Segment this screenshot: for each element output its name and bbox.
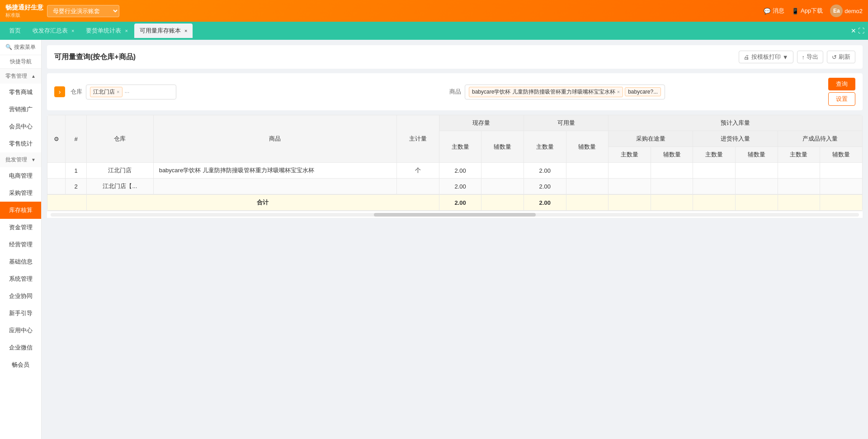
- refresh-button[interactable]: ↺ 刷新: [827, 51, 855, 63]
- index-col-header: #: [66, 115, 87, 163]
- warehouse-filter-input[interactable]: 江北门店 × ···: [86, 85, 176, 99]
- sidebar-item-retail-management[interactable]: 零售管理 ▲: [0, 69, 41, 84]
- sidebar-item-enterprise[interactable]: 企业协同: [0, 288, 41, 305]
- row-stock-aux: [481, 179, 524, 195]
- row-index: 1: [66, 163, 87, 179]
- row-avail-main: 2.00: [524, 179, 566, 195]
- sidebar-item-newbie[interactable]: 新手引导: [0, 305, 41, 322]
- top-bar: 畅捷通好生意 标准版 母婴行业演示账套 💬 消息 📱 App下载 Ea demo…: [0, 0, 868, 22]
- sidebar-item-wholesale[interactable]: 批发管理 ▼: [0, 152, 41, 167]
- prod-main-header: 主数量: [778, 147, 820, 163]
- avail-aux-header: 辅数量: [566, 131, 609, 163]
- sidebar-item-finance[interactable]: 资金管理: [0, 219, 41, 236]
- industry-select[interactable]: 母婴行业演示账套: [47, 5, 119, 17]
- sidebar: 🔍 搜索菜单 快捷导航 零售管理 ▲ 零售商城 营销推广 会员中心 零售统计 批…: [0, 40, 42, 439]
- avail-main-header: 主数量: [524, 131, 566, 163]
- row-warehouse: 江北门店: [87, 163, 154, 179]
- row-stock-main: 2.00: [439, 163, 481, 179]
- row-avail-main: 2.00: [524, 163, 566, 179]
- sidebar-search[interactable]: 🔍 搜索菜单: [0, 40, 41, 55]
- sidebar-item-basic-info[interactable]: 基础信息: [0, 253, 41, 270]
- row-pp-aux: [736, 179, 778, 195]
- export-button[interactable]: ↑ 导出: [797, 51, 824, 63]
- row-settings[interactable]: [47, 179, 66, 195]
- close-tab2[interactable]: ×: [125, 28, 127, 33]
- footer-pt-main: [609, 194, 651, 211]
- sidebar-item-retail-stats[interactable]: 零售统计: [0, 135, 41, 152]
- app-download-button[interactable]: 📱 App下载: [792, 7, 823, 15]
- sidebar-item-ecommerce[interactable]: 电商管理: [0, 167, 41, 184]
- user-menu[interactable]: Ea demo2: [830, 5, 863, 17]
- footer-prod-aux: [820, 194, 863, 211]
- chevron-down-icon: ▼: [31, 157, 36, 162]
- footer-stock-aux: [481, 194, 524, 211]
- chevron-up-icon: ▲: [31, 74, 36, 79]
- template-print-button[interactable]: 🖨 按模板打印 ▼: [739, 51, 793, 63]
- page-title: 可用量查询(按仓库+商品): [54, 52, 136, 62]
- table-row[interactable]: 2 江北门店【... 2.00 2.00: [47, 179, 863, 195]
- avatar: Ea: [830, 5, 843, 17]
- sidebar-item-operations[interactable]: 经营管理: [0, 236, 41, 253]
- sidebar-item-retail-mall[interactable]: 零售商城: [0, 84, 41, 101]
- footer-prod-main: [778, 194, 820, 211]
- row-stock-aux: [481, 163, 524, 179]
- query-button[interactable]: 查询: [828, 78, 855, 90]
- footer-pp-main: [693, 194, 736, 211]
- pp-main-header: 主数量: [693, 147, 736, 163]
- scroll-track[interactable]: [51, 213, 859, 217]
- table-row[interactable]: 1 江北门店 babycare学饮杯 儿童防摔防撞吸管杯重力球吸嘴杯宝宝水杯 个…: [47, 163, 863, 179]
- close-tab1[interactable]: ×: [71, 28, 74, 33]
- row-prod-main: [778, 179, 820, 195]
- row-prod-main: [778, 163, 820, 179]
- top-bar-right: 💬 消息 📱 App下载 Ea demo2: [764, 5, 863, 17]
- row-pt-aux: [651, 179, 693, 195]
- product-filter-group: 商品 babycare学饮杯 儿童防摔防撞吸管杯重力球吸嘴杯宝宝水杯 × bab…: [449, 85, 823, 99]
- tab-receivable[interactable]: 收发存汇总表 ×: [27, 24, 80, 38]
- nav-tabs: 首页 收发存汇总表 × 要货单统计表 × 可用量库存账本 × ✕ ⛶: [0, 22, 868, 40]
- row-pp-aux: [736, 163, 778, 179]
- export-icon: ↑: [802, 54, 805, 61]
- row-stock-main: 2.00: [439, 179, 481, 195]
- filter-toggle-button[interactable]: ›: [54, 86, 65, 97]
- close-tab3[interactable]: ×: [184, 28, 187, 33]
- sidebar-quick-nav[interactable]: 快捷导航: [0, 55, 41, 69]
- horizontal-scrollbar[interactable]: [47, 211, 863, 218]
- expand-icon[interactable]: ⛶: [858, 27, 864, 34]
- available-header: 可用量: [524, 115, 608, 131]
- message-button[interactable]: 💬 消息: [764, 7, 784, 15]
- sidebar-item-member[interactable]: 会员中心: [0, 118, 41, 135]
- sidebar-item-marketing[interactable]: 营销推广: [0, 101, 41, 118]
- remove-product-tag-1[interactable]: ×: [617, 89, 620, 94]
- phone-icon: 📱: [792, 8, 799, 14]
- prod-aux-header: 辅数量: [820, 147, 863, 163]
- row-pp-main: [693, 179, 736, 195]
- setting-button[interactable]: 设置: [828, 92, 855, 106]
- row-pt-main: [609, 179, 651, 195]
- row-pt-main: [609, 163, 651, 179]
- settings-col-header[interactable]: ⚙: [47, 115, 66, 163]
- warehouse-ellipsis[interactable]: ···: [124, 89, 129, 95]
- sidebar-item-system[interactable]: 系统管理: [0, 270, 41, 288]
- sidebar-item-wechat-work[interactable]: 企业微信: [0, 339, 41, 356]
- product-filter-input[interactable]: babycare学饮杯 儿童防摔防撞吸管杯重力球吸嘴杯宝宝水杯 × babyca…: [465, 85, 665, 99]
- tab-order-stats[interactable]: 要货单统计表 ×: [80, 24, 133, 38]
- scroll-thumb[interactable]: [374, 213, 536, 217]
- sidebar-item-member-program[interactable]: 畅会员: [0, 356, 41, 373]
- row-product: [153, 179, 396, 195]
- product-tag-1: babycare学饮杯 儿童防摔防撞吸管杯重力球吸嘴杯宝宝水杯 ×: [469, 87, 623, 97]
- tab-controls: ✕ ⛶: [851, 27, 864, 34]
- footer-stock-main: 2.00: [439, 194, 481, 211]
- filter-actions: 查询 设置: [828, 78, 855, 106]
- warehouse-filter-group: 仓库 江北门店 × ···: [71, 85, 444, 99]
- stock-aux-header: 辅数量: [481, 131, 524, 163]
- row-pt-aux: [651, 163, 693, 179]
- sidebar-item-inventory[interactable]: 库存核算: [0, 202, 41, 219]
- sidebar-item-purchase[interactable]: 采购管理: [0, 184, 41, 202]
- close-all-tabs[interactable]: ✕: [851, 27, 856, 34]
- sidebar-item-app-center[interactable]: 应用中心: [0, 322, 41, 339]
- row-settings[interactable]: [47, 163, 66, 179]
- footer-pt-aux: [651, 194, 693, 211]
- tab-available-stock[interactable]: 可用量库存账本 ×: [134, 24, 193, 38]
- tab-home[interactable]: 首页: [4, 24, 26, 38]
- remove-warehouse-tag[interactable]: ×: [117, 89, 119, 94]
